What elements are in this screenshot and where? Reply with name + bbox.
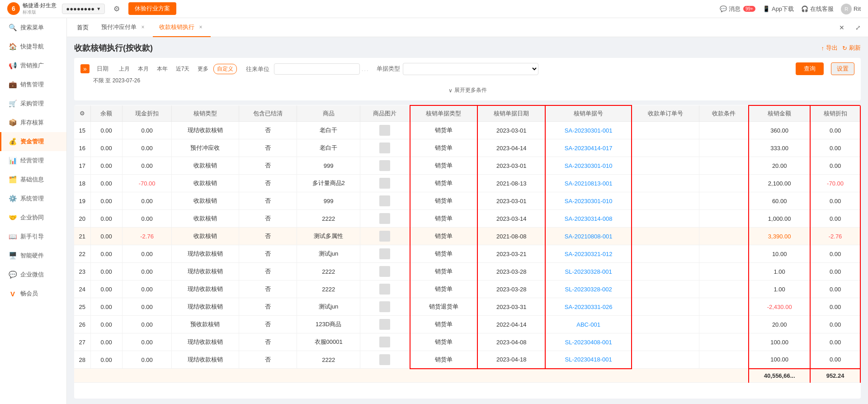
sidebar-label-member: 畅会员 <box>20 290 38 298</box>
sidebar-item-marketing[interactable]: 📢 营销推广 <box>0 56 66 75</box>
wechat-icon: 💬 <box>9 271 17 279</box>
date-btn-this-month[interactable]: 本月 <box>135 64 152 74</box>
col-goods-img: 商品图片 <box>360 105 410 122</box>
page-title: 收款核销执行(按收款) <box>74 43 153 53</box>
date-btn-more[interactable]: 更多 <box>194 64 212 74</box>
sidebar-item-hardware[interactable]: 🖥️ 智能硬件 <box>0 246 66 265</box>
expand-bar[interactable]: ∨ 展开更多条件 <box>80 85 854 96</box>
app-label: App下载 <box>772 5 794 13</box>
cell-collect-cond <box>699 316 749 333</box>
bill-no-link[interactable]: SA-20230301-010 <box>565 162 613 169</box>
refresh-button[interactable]: ↻ 刷新 <box>842 44 861 52</box>
footer-verify-discount: 952.24 <box>810 369 860 383</box>
app-download-item[interactable]: 📱 App下载 <box>763 5 794 13</box>
industry-button[interactable]: 休验行业方案 <box>128 2 176 15</box>
collapse-icon[interactable]: » <box>80 64 90 73</box>
sidebar-label-purchase: 采购管理 <box>20 100 44 108</box>
page-header: 收款核销执行(按收款) ↑ 导出 ↻ 刷新 <box>74 43 861 53</box>
cell-bill-type: 销货单 <box>410 122 478 139</box>
footer-row: 40,556,66... 952.24 <box>74 369 860 383</box>
cell-collect-no <box>632 263 699 280</box>
bill-no-link[interactable]: SA-20230301-001 <box>565 127 613 134</box>
sidebar-item-collab[interactable]: 🤝 企业协同 <box>0 208 66 227</box>
bill-no-link[interactable]: SL-20230418-001 <box>565 356 612 363</box>
bill-no-link[interactable]: SA-20230331-026 <box>565 304 613 310</box>
bill-no-link[interactable]: SA-20230321-012 <box>565 251 613 257</box>
bill-no-link[interactable]: ABC-001 <box>576 321 600 328</box>
sidebar-label-collab: 企业协同 <box>20 214 44 222</box>
tab-home[interactable]: 首页 <box>71 18 95 37</box>
date-btn-custom[interactable]: 自定义 <box>213 64 237 74</box>
cell-included: 否 <box>239 280 297 298</box>
cell-no: 25 <box>74 298 90 316</box>
company-selector[interactable]: ●●●●●●●● ▼ <box>62 4 105 14</box>
sidebar-item-basic[interactable]: 🗂️ 基础信息 <box>0 170 66 189</box>
cell-bill-type: 销货单 <box>410 210 478 228</box>
cell-goods-img <box>360 245 410 263</box>
tab-prepay-label: 预付冲应付单 <box>101 23 137 31</box>
tab-expand-btn[interactable]: ⤢ <box>852 21 864 34</box>
table-row: 24 0.00 0.00 现结收款核销 否 2222 销货单 2023-03-2… <box>74 280 860 298</box>
col-settings[interactable]: ⚙ <box>74 105 90 122</box>
tab-close-btn[interactable]: ✕ <box>835 21 848 34</box>
bill-no-link[interactable]: SA-20230301-010 <box>565 198 613 204</box>
cell-balance: 0.00 <box>90 316 122 333</box>
cell-no: 24 <box>74 280 90 298</box>
sidebar-item-finance[interactable]: 💰 资金管理 <box>0 132 66 151</box>
bill-no-link[interactable]: SL-20230328-001 <box>565 268 612 275</box>
cell-collect-no <box>632 210 699 228</box>
bill-no-link[interactable]: SL-20230328-002 <box>565 286 612 293</box>
sidebar-label-sales: 销售管理 <box>20 81 44 89</box>
settings-icon[interactable]: ⚙ <box>110 2 123 15</box>
bill-no-link[interactable]: SA-20210813-001 <box>565 180 613 187</box>
bill-type-select[interactable] <box>403 63 538 75</box>
bill-no-link[interactable]: SA-20210808-001 <box>565 233 613 240</box>
cell-no: 27 <box>74 333 90 351</box>
message-item[interactable]: 💬 消息 99+ <box>720 5 755 13</box>
cell-verify-amount: 333.00 <box>749 139 810 157</box>
cell-balance: 0.00 <box>90 175 122 192</box>
date-btn-7days[interactable]: 近7天 <box>173 64 193 74</box>
sidebar-item-sales[interactable]: 💼 销售管理 <box>0 75 66 94</box>
col-verify-discount: 核销折扣 <box>810 105 860 122</box>
cell-cash-discount: -70.00 <box>122 175 171 192</box>
user-item[interactable]: R Rit <box>841 4 861 14</box>
cell-collect-no <box>632 280 699 298</box>
bill-no-link[interactable]: SA-20230314-008 <box>565 215 613 222</box>
tab-prepay[interactable]: 预付冲应付单 × <box>95 18 153 37</box>
cell-collect-no <box>632 228 699 245</box>
cell-collect-cond <box>699 175 749 192</box>
cell-goods: 测试jun <box>297 245 360 263</box>
cell-bill-type: 销货单 <box>410 175 478 192</box>
cell-verify-amount: 20.00 <box>749 157 810 175</box>
sidebar-item-guide[interactable]: 📖 新手引导 <box>0 227 66 246</box>
cell-cash-discount: 0.00 <box>122 122 171 139</box>
bill-no-link[interactable]: SL-20230408-001 <box>565 339 612 346</box>
date-btn-this-year[interactable]: 本年 <box>154 64 171 74</box>
tab-collect[interactable]: 收款核销执行 × <box>153 18 211 37</box>
partner-input[interactable] <box>274 63 360 75</box>
date-btn-prev-month[interactable]: 上月 <box>116 64 133 74</box>
sidebar-item-inventory[interactable]: 📦 库存核算 <box>0 113 66 132</box>
bill-no-link[interactable]: SA-20230414-017 <box>565 145 613 152</box>
online-service-item[interactable]: 🎧 在线客服 <box>801 5 834 13</box>
bill-type-label: 单据类型 <box>377 65 400 73</box>
cell-balance: 0.00 <box>90 192 122 210</box>
sidebar-item-operation[interactable]: 📊 经营管理 <box>0 151 66 170</box>
filter-expand-icon[interactable]: » <box>80 64 90 73</box>
cell-cash-discount: 0.00 <box>122 192 171 210</box>
settings-button[interactable]: 设置 <box>831 62 854 75</box>
cell-collect-cond <box>699 298 749 316</box>
export-button[interactable]: ↑ 导出 <box>821 44 838 52</box>
sidebar-item-member[interactable]: V 畅会员 <box>0 284 66 303</box>
tab-prepay-close[interactable]: × <box>139 24 146 31</box>
sidebar-item-purchase[interactable]: 🛒 采购管理 <box>0 94 66 113</box>
tab-collect-close[interactable]: × <box>197 24 204 31</box>
operation-icon: 📊 <box>9 157 17 165</box>
sidebar-item-quick[interactable]: 🏠 快捷导航 <box>0 37 66 56</box>
sidebar-item-wechat[interactable]: 💬 企业微信 <box>0 265 66 284</box>
marketing-icon: 📢 <box>9 62 17 70</box>
sidebar-item-system[interactable]: ⚙️ 系统管理 <box>0 189 66 208</box>
sidebar-item-search[interactable]: 🔍 搜索菜单 <box>0 18 66 37</box>
query-button[interactable]: 查询 <box>796 62 824 75</box>
